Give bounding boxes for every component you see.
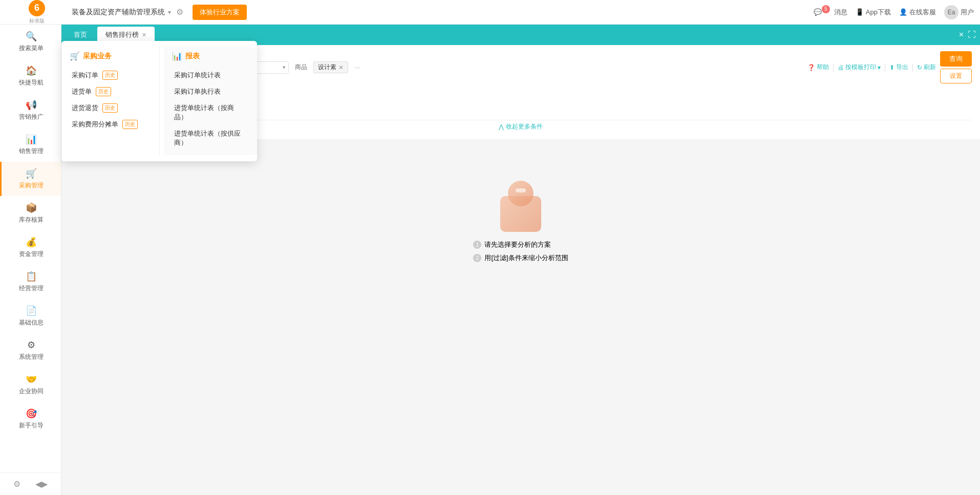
- guide-icon: 🎯: [26, 408, 37, 419]
- purchase-icon: 🛒: [26, 168, 37, 179]
- operations-icon: 📋: [26, 271, 37, 282]
- tab-minimize-icon[interactable]: ×: [959, 30, 964, 39]
- goods-tag: 设计素 ✕: [313, 61, 348, 73]
- sidebar-item-operations[interactable]: 📋 经营管理: [0, 265, 61, 299]
- return-label: 进货退货: [72, 103, 98, 113]
- report-col: 📊 报表 采购订单统计表 采购订单执行表 进货单统计表（按商品） 进货单统计表（…: [164, 47, 258, 155]
- purchase-order-history-badge: 历史: [102, 71, 118, 80]
- user-item[interactable]: Ea 用户: [944, 5, 974, 19]
- dropdown-arrow-icon[interactable]: ▾: [168, 9, 171, 16]
- set-button[interactable]: 设置: [940, 69, 972, 83]
- step-1-icon: 1: [473, 241, 481, 249]
- sidebar-item-basic[interactable]: 📄 基础信息: [0, 299, 61, 333]
- app-download-item[interactable]: 📱 App下载: [856, 8, 891, 17]
- goods-tag-label: 设计素: [318, 63, 336, 72]
- inbound-history-badge: 历史: [96, 87, 111, 96]
- sidebar-item-collab[interactable]: 🤝 企业协同: [0, 368, 61, 402]
- top-header: 6 标准版 装备及固定资产辅助管理系统 ▾ ⚙ 体验行业方案 💬 5 消息 📱 …: [0, 0, 980, 25]
- dropdown-item-order-stats[interactable]: 采购订单统计表: [172, 67, 249, 83]
- tab-bar-right: × ⛶: [959, 30, 976, 39]
- action-buttons: 查询 设置: [940, 51, 972, 83]
- sidebar-label-basic: 基础信息: [19, 318, 44, 327]
- sidebar-item-search[interactable]: 🔍 搜索菜单: [0, 25, 61, 59]
- purchase-col-title-text: 采购业务: [83, 52, 112, 61]
- marketing-icon: 📢: [26, 99, 37, 111]
- inventory-icon: 📦: [26, 202, 37, 213]
- header-right: 💬 5 消息 📱 App下载 👤 在线客服 Ea 用户: [814, 5, 974, 19]
- experience-button[interactable]: 体验行业方案: [193, 5, 247, 20]
- sidebar-item-purchase[interactable]: 🛒 采购管理: [0, 162, 61, 196]
- inbound-stats-supplier-label: 进货单统计表（按供应商）: [174, 129, 247, 147]
- order-exec-label: 采购订单执行表: [174, 87, 221, 96]
- dropdown-item-inbound[interactable]: 进货单 历史: [70, 83, 147, 100]
- message-item[interactable]: 💬 5 消息: [814, 8, 847, 17]
- dropdown-item-return[interactable]: 进货退货 历史: [70, 100, 147, 116]
- step-2-icon: 2: [473, 254, 481, 262]
- collapse-sidebar-icon[interactable]: ◀▶: [35, 479, 48, 489]
- sidebar-label-home: 快捷导航: [19, 78, 44, 87]
- sidebar-item-sales[interactable]: 📊 销售管理: [0, 127, 61, 162]
- dropdown-item-expense[interactable]: 采购费用分摊单 历史: [70, 116, 147, 133]
- empty-hint-2: 2 用[过滤]条件来缩小分析范围: [473, 253, 568, 263]
- sidebar-label-purchase: 采购管理: [19, 181, 44, 190]
- dropdown-divider: [159, 47, 160, 155]
- sidebar: 🔍 搜索菜单 🏠 快捷导航 📢 营销推广 📊 销售管理 🛒 采购管理 📦 库存核…: [0, 25, 61, 495]
- sidebar-item-marketing[interactable]: 📢 营销推广: [0, 93, 61, 127]
- goods-tag-close-icon[interactable]: ✕: [338, 64, 344, 71]
- dropdown-item-inbound-stats-supplier[interactable]: 进货单统计表（按供应商）: [172, 125, 249, 151]
- settings-icon[interactable]: ⚙: [176, 7, 183, 17]
- export-btn[interactable]: ⬆ 导出: [889, 63, 908, 72]
- report-col-title: 📊 报表: [172, 51, 249, 61]
- message-icon: 💬: [814, 8, 822, 16]
- system-title: 装备及固定资产辅助管理系统: [72, 8, 165, 17]
- online-service-item[interactable]: 👤 在线客服: [899, 8, 936, 17]
- collapse-up-icon: ⋀: [499, 123, 504, 131]
- empty-hints: 1 请先选择要分析的方案 2 用[过滤]条件来缩小分析范围: [473, 240, 568, 263]
- return-history-badge: 历史: [102, 103, 118, 113]
- system-title-area: 装备及固定资产辅助管理系统 ▾ ⚙ 体验行业方案: [72, 5, 814, 20]
- purchase-col-title: 🛒 采购业务: [70, 51, 147, 61]
- hint-2-text: 用[过滤]条件来缩小分析范围: [484, 253, 568, 263]
- query-button[interactable]: 查询: [940, 51, 972, 67]
- settings-bottom-icon[interactable]: ⚙: [13, 479, 20, 489]
- service-icon: 👤: [899, 8, 907, 16]
- dropdown-item-order-exec[interactable]: 采购订单执行表: [172, 83, 249, 100]
- basic-icon: 📄: [26, 305, 37, 316]
- sidebar-label-finance: 资金管理: [19, 250, 44, 259]
- toolbar-divider-2: [885, 63, 885, 72]
- empty-illustration: [490, 181, 551, 232]
- expense-history-badge: 历史: [122, 120, 138, 129]
- toolbar-divider-3: [912, 63, 913, 72]
- sidebar-item-system[interactable]: ⚙ 系统管理: [0, 333, 61, 368]
- collab-icon: 🤝: [26, 374, 37, 385]
- system-icon: ⚙: [27, 339, 35, 351]
- sidebar-item-home[interactable]: 🏠 快捷导航: [0, 59, 61, 93]
- print-btn[interactable]: 🖨 按模板打印 ▾: [838, 63, 881, 72]
- sidebar-item-inventory[interactable]: 📦 库存核算: [0, 196, 61, 230]
- export-label: 导出: [896, 63, 908, 72]
- purchase-order-label: 采购订单: [72, 71, 98, 80]
- tab-home-label: 首页: [74, 30, 87, 39]
- collapse-label: 收起更多条件: [506, 122, 543, 131]
- print-label: 按模板打印: [845, 63, 876, 72]
- order-stats-label: 采购订单统计表: [174, 71, 221, 80]
- empty-hint-1: 1 请先选择要分析的方案: [473, 240, 568, 249]
- toolbar-right: ❓ 帮助 🖨 按模板打印 ▾ ⬆ 导出 ↻ 刷新 查询 设置: [807, 51, 972, 83]
- tab-maximize-icon[interactable]: ⛶: [968, 30, 976, 39]
- help-btn[interactable]: ❓ 帮助: [807, 63, 829, 72]
- dropdown-item-purchase-order[interactable]: 采购订单 历史: [70, 67, 147, 83]
- dropdown-columns: 🛒 采购业务 采购订单 历史 进货单 历史 进货退货 历史 采购费用分摊单 历史: [61, 47, 257, 155]
- message-label: 消息: [834, 8, 847, 17]
- sidebar-item-guide[interactable]: 🎯 新手引导: [0, 402, 61, 436]
- refresh-btn[interactable]: ↻ 刷新: [917, 63, 936, 72]
- dropdown-item-inbound-stats-goods[interactable]: 进货单统计表（按商品）: [172, 100, 249, 125]
- purchase-col-icon: 🛒: [70, 51, 80, 61]
- refresh-label: 刷新: [924, 63, 936, 72]
- sidebar-label-inventory: 库存核算: [19, 216, 44, 224]
- goods-more-dots[interactable]: ···: [354, 63, 360, 71]
- sidebar-label-operations: 经营管理: [19, 284, 44, 293]
- tab-close-icon[interactable]: ✕: [142, 32, 146, 38]
- report-col-icon: 📊: [172, 51, 182, 61]
- sidebar-item-finance[interactable]: 💰 资金管理: [0, 230, 61, 265]
- home-icon: 🏠: [26, 65, 37, 76]
